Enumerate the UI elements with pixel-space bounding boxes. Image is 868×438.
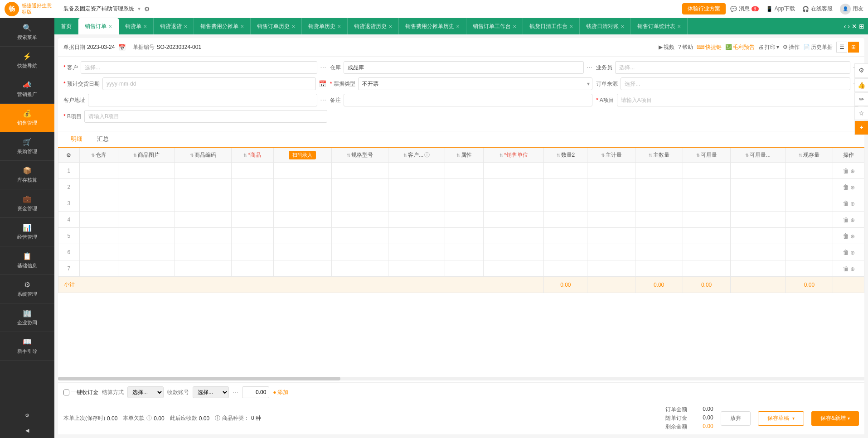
sort-icon[interactable]: ⇅ xyxy=(649,153,652,158)
sidebar-item-operations[interactable]: 📊 经营管理 xyxy=(0,218,54,246)
cell-product-7[interactable] xyxy=(231,260,273,277)
save-new-arrow-icon[interactable]: ▾ xyxy=(848,416,850,421)
sort-icon[interactable]: ⇅ xyxy=(456,153,460,158)
cell-attr-7[interactable] xyxy=(445,260,484,277)
tab-sales-history[interactable]: 销货单历史 ✕ xyxy=(302,18,348,34)
cell-unit-7[interactable] xyxy=(484,260,544,277)
copy-row-btn-4[interactable]: ⊕ xyxy=(850,217,855,223)
cell-mainunit-3[interactable] xyxy=(587,195,635,212)
cell-code-4[interactable] xyxy=(175,212,231,228)
tab-close-icon[interactable]: ✕ xyxy=(108,24,112,29)
cell-unit-6[interactable] xyxy=(484,244,544,260)
cell-warehouse-5[interactable] xyxy=(79,228,118,244)
tab-close-icon[interactable]: ✕ xyxy=(569,24,573,29)
tab-close-icon[interactable]: ✕ xyxy=(456,24,460,29)
cell-code-2[interactable] xyxy=(175,179,231,195)
sort-icon[interactable]: ⇅ xyxy=(799,153,802,158)
sort-icon[interactable]: ⇅ xyxy=(91,153,95,158)
delete-row-btn-6[interactable]: 🗑 xyxy=(843,249,849,256)
sidebar-item-inventory[interactable]: 📦 库存核算 xyxy=(0,161,54,189)
cell-warehouse-2[interactable] xyxy=(79,179,118,195)
grid-view-btn[interactable]: ⊞ xyxy=(848,42,859,53)
shortcut-btn[interactable]: ⌨ 快捷键 xyxy=(697,43,722,51)
cell-avail2-2[interactable] xyxy=(730,179,786,195)
invoice-type-select[interactable]: 不开票 增值税普通发票 增值税专用发票 xyxy=(358,77,593,90)
order-source-input[interactable] xyxy=(621,77,850,90)
delivery-date-input[interactable] xyxy=(102,77,316,90)
cell-product-1[interactable] xyxy=(231,163,273,179)
warehouse-more-btn[interactable]: ··· xyxy=(587,63,592,72)
customer-address-input[interactable] xyxy=(88,94,317,106)
cell-product-6[interactable] xyxy=(231,244,273,260)
cell-image-3[interactable] xyxy=(118,195,175,212)
cell-qty2-5[interactable] xyxy=(544,228,587,244)
sidebar-item-finance[interactable]: 💼 资金管理 xyxy=(0,189,54,218)
cell-custcode-3[interactable] xyxy=(388,195,445,212)
cell-spec-4[interactable] xyxy=(332,212,388,228)
cell-attr-1[interactable] xyxy=(445,163,484,179)
sort-icon[interactable]: ⇅ xyxy=(601,153,605,158)
delete-row-btn-7[interactable]: 🗑 xyxy=(843,265,849,272)
cell-code-3[interactable] xyxy=(175,195,231,212)
copy-row-btn-7[interactable]: ⊕ xyxy=(850,266,855,272)
user-area[interactable]: 👤 用友 xyxy=(840,4,863,14)
project-b-input[interactable] xyxy=(84,110,327,123)
payment-amount-input[interactable] xyxy=(242,386,269,398)
cell-stock-4[interactable] xyxy=(786,212,833,228)
copy-row-btn-3[interactable]: ⊕ xyxy=(850,201,855,207)
help-btn[interactable]: ? 帮助 xyxy=(678,43,693,51)
customer-input[interactable] xyxy=(81,61,317,74)
sort-icon[interactable]: ⇅ xyxy=(499,153,503,158)
cell-mainunit-2[interactable] xyxy=(587,179,635,195)
cell-avail-5[interactable] xyxy=(683,228,730,244)
tab-sales-return-goods[interactable]: 销货退货 ✕ xyxy=(154,18,194,34)
cell-scan-7[interactable] xyxy=(273,260,331,277)
online-service-btn[interactable]: 🎧 在线客服 xyxy=(802,5,833,13)
cell-unit-4[interactable] xyxy=(484,212,544,228)
system-gear-btn[interactable]: ⚙ xyxy=(144,5,150,13)
date-calendar-btn[interactable]: 📅 xyxy=(116,42,127,53)
scan-input-btn[interactable]: 扫码录入 xyxy=(289,151,316,159)
rfp-edit-btn[interactable]: ✏ xyxy=(854,92,868,106)
view-btn[interactable]: ▶ 视频 xyxy=(659,43,674,51)
address-more-btn[interactable]: ··· xyxy=(320,96,326,104)
cell-stock-2[interactable] xyxy=(786,179,833,195)
cell-attr-4[interactable] xyxy=(445,212,484,228)
cell-spec-6[interactable] xyxy=(332,244,388,260)
cell-custcode-5[interactable] xyxy=(388,228,445,244)
cell-image-5[interactable] xyxy=(118,228,175,244)
cell-warehouse-1[interactable] xyxy=(79,163,118,179)
copy-row-btn-1[interactable]: ⊕ xyxy=(850,168,855,174)
cell-custcode-2[interactable] xyxy=(388,179,445,195)
tab-next-btn[interactable]: › xyxy=(848,23,850,30)
cell-code-6[interactable] xyxy=(175,244,231,260)
sort-icon[interactable]: ⇅ xyxy=(696,153,700,158)
tab-close-icon[interactable]: ✕ xyxy=(143,24,147,29)
cell-avail-4[interactable] xyxy=(683,212,730,228)
cell-warehouse-6[interactable] xyxy=(79,244,118,260)
cell-attr-3[interactable] xyxy=(445,195,484,212)
save-draft-dropdown-icon[interactable]: ▾ xyxy=(792,416,795,421)
cell-avail-6[interactable] xyxy=(683,244,730,260)
tab-workbench[interactable]: 销售订单工作台 ✕ xyxy=(466,18,523,34)
cell-stock-1[interactable] xyxy=(786,163,833,179)
account-more-btn[interactable]: ··· xyxy=(233,388,238,396)
scroll-thumb[interactable] xyxy=(58,377,340,380)
cell-warehouse-7[interactable] xyxy=(79,260,118,277)
cell-spec-5[interactable] xyxy=(332,228,388,244)
cell-unit-1[interactable] xyxy=(484,163,544,179)
add-payment-btn[interactable]: ● 添加 xyxy=(273,389,288,396)
tab-summary[interactable]: 汇总 xyxy=(90,131,116,148)
rfp-star-btn[interactable]: ☆ xyxy=(854,106,868,120)
cell-product-5[interactable] xyxy=(231,228,273,244)
sidebar-item-purchase[interactable]: 🛒 采购管理 xyxy=(0,132,54,161)
cell-avail2-1[interactable] xyxy=(730,163,786,179)
save-draft-btn[interactable]: 保存草稿 ▾ xyxy=(758,411,804,426)
rfp-thumb-up-btn[interactable]: 👍 xyxy=(854,78,868,92)
sort-icon[interactable]: ⇅ xyxy=(745,153,749,158)
cell-stock-3[interactable] xyxy=(786,195,833,212)
cell-mainqty-1[interactable] xyxy=(635,163,683,179)
tab-close-all-btn[interactable]: ✕ xyxy=(852,23,857,30)
cell-avail2-4[interactable] xyxy=(730,212,786,228)
tab-close-icon[interactable]: ✕ xyxy=(337,24,341,29)
